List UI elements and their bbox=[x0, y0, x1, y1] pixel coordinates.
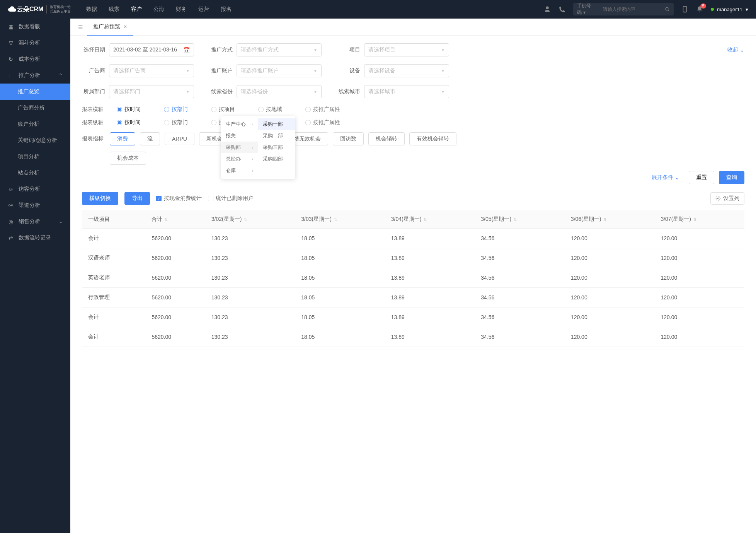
radio-v-axis-opts-1[interactable]: 按部门 bbox=[164, 119, 188, 126]
nav-item-5[interactable]: 运营 bbox=[198, 6, 209, 13]
menu-toggle-icon[interactable]: ☰ bbox=[74, 24, 87, 30]
sort-icon: ⇅ bbox=[693, 217, 696, 222]
main: ☰ 推广总预览 ✕ 选择日期 2021-03-02 至 2021-03-16📅 … bbox=[70, 19, 756, 533]
sidebar-subitem-3-1[interactable]: 广告商分析 bbox=[0, 100, 70, 116]
user-icon[interactable] bbox=[544, 6, 551, 13]
toolbar: 横纵切换 导出 ✓ 按现金消费统计 统计已删除用户 设置列 bbox=[82, 192, 744, 205]
radio-v-axis-opts-4[interactable]: 按推广属性 bbox=[305, 119, 340, 126]
logo[interactable]: 云朵CRM 教育机构一站式服务云平台 bbox=[8, 5, 71, 14]
status-dot bbox=[711, 8, 714, 11]
cell: 130.23 bbox=[205, 327, 295, 347]
cell: 会计 bbox=[82, 327, 145, 347]
province-select[interactable]: 请选择省份▼ bbox=[237, 85, 322, 98]
metric-6[interactable]: 回访数 bbox=[333, 132, 364, 145]
dept-select[interactable]: 请选择部门▼ bbox=[109, 85, 194, 98]
nav-item-0[interactable]: 数据 bbox=[86, 6, 97, 13]
radio-v-axis-opts-0[interactable]: 按时间 bbox=[117, 119, 141, 126]
tab-overview[interactable]: 推广总预览 ✕ bbox=[87, 19, 133, 36]
metric-0[interactable]: 消费 bbox=[110, 132, 135, 145]
nav-item-3[interactable]: 公海 bbox=[153, 6, 164, 13]
chevron-down-icon: ▼ bbox=[186, 90, 190, 94]
sidebar-item-3[interactable]: ◫推广分析⌃ bbox=[0, 67, 70, 84]
col-header-7[interactable]: 3/07(星期一) ⇅ bbox=[654, 210, 744, 229]
radio-h-axis-opts-0[interactable]: 按时间 bbox=[117, 106, 141, 113]
col-header-0[interactable]: 一级项目 bbox=[82, 210, 145, 229]
phone-icon[interactable] bbox=[558, 6, 565, 13]
metric-2[interactable]: ARPU bbox=[165, 133, 194, 145]
cell: 18.05 bbox=[295, 248, 385, 268]
cascade2-item-1[interactable]: 采购二部 bbox=[258, 130, 295, 142]
project-select[interactable]: 请选择项目▼ bbox=[364, 43, 449, 56]
sidebar-subitem-3-2[interactable]: 账户分析 bbox=[0, 116, 70, 132]
method-select[interactable]: 请选择推广方式▼ bbox=[237, 43, 322, 56]
metric-7[interactable]: 机会销转 bbox=[368, 132, 405, 145]
search-type-select[interactable]: 手机号码 ▾ bbox=[577, 3, 599, 16]
sidebar-item-0[interactable]: ▦数据看版 bbox=[0, 19, 70, 35]
deleted-checkbox[interactable]: 统计已删除用户 bbox=[208, 195, 254, 202]
cascade2-item-0[interactable]: 采购一部 bbox=[258, 118, 295, 130]
user-menu[interactable]: manager11 ▾ bbox=[711, 7, 748, 12]
sidebar-subitem-3-4[interactable]: 项目分析 bbox=[0, 149, 70, 165]
sidebar-item-4[interactable]: ☺访客分析 bbox=[0, 181, 70, 197]
search-input[interactable] bbox=[599, 7, 665, 12]
nav-item-1[interactable]: 线索 bbox=[109, 6, 119, 13]
cell: 34.56 bbox=[475, 327, 565, 347]
col-header-1[interactable]: 合计 ⇅ bbox=[145, 210, 205, 229]
cascade2-item-2[interactable]: 采购三部 bbox=[258, 142, 295, 153]
mobile-icon[interactable] bbox=[681, 5, 688, 14]
bell-icon[interactable]: 5 bbox=[696, 6, 703, 13]
account-select[interactable]: 请选择推广账户▼ bbox=[237, 64, 322, 77]
sidebar-item-2[interactable]: ↻成本分析 bbox=[0, 51, 70, 67]
col-header-2[interactable]: 3/02(星期一) ⇅ bbox=[205, 210, 295, 229]
close-icon[interactable]: ✕ bbox=[123, 24, 127, 29]
cascade2-item-3[interactable]: 采购四部 bbox=[258, 153, 295, 165]
sidebar-subitem-3-5[interactable]: 站点分析 bbox=[0, 165, 70, 181]
sidebar-item-7[interactable]: ⇄数据流转记录 bbox=[0, 230, 70, 246]
city-label: 线索城市 bbox=[337, 88, 360, 95]
chevron-icon: ⌃ bbox=[59, 73, 63, 78]
expand-link[interactable]: 展开条件 ⌄ bbox=[652, 174, 679, 181]
date-range-input[interactable]: 2021-03-02 至 2021-03-16📅 bbox=[109, 43, 194, 56]
advertiser-select[interactable]: 请选择广告商▼ bbox=[109, 64, 194, 77]
radio-h-axis-opts-2[interactable]: 按项目 bbox=[211, 106, 235, 113]
col-header-5[interactable]: 3/05(星期一) ⇅ bbox=[475, 210, 565, 229]
sidebar-subitem-3-0[interactable]: 推广总览 bbox=[0, 84, 70, 100]
chevron-right-icon: › bbox=[252, 169, 253, 173]
col-header-6[interactable]: 3/06(星期一) ⇅ bbox=[565, 210, 655, 229]
radio-h-axis-opts-3[interactable]: 按地域 bbox=[258, 106, 282, 113]
cascade1-item-0[interactable]: 生产中心› bbox=[221, 118, 258, 130]
nav-item-6[interactable]: 报名 bbox=[221, 6, 232, 13]
device-select[interactable]: 请选择设备▼ bbox=[364, 64, 449, 77]
cascade1-item-2[interactable]: 采购部› bbox=[221, 142, 258, 153]
sidebar-item-6[interactable]: ◎销售分析⌄ bbox=[0, 214, 70, 230]
nav-item-4[interactable]: 财务 bbox=[176, 6, 187, 13]
nav-item-2[interactable]: 客户 bbox=[131, 6, 142, 13]
col-header-4[interactable]: 3/04(星期一) ⇅ bbox=[385, 210, 475, 229]
collapse-link[interactable]: 收起 ⌄ bbox=[727, 46, 744, 53]
chevron-down-icon: ▾ bbox=[746, 7, 748, 12]
query-button[interactable]: 查询 bbox=[719, 171, 744, 184]
reset-button[interactable]: 重置 bbox=[689, 171, 714, 184]
cash-checkbox[interactable]: ✓ 按现金消费统计 bbox=[156, 195, 202, 202]
cell: 120.00 bbox=[565, 229, 655, 248]
header: 云朵CRM 教育机构一站式服务云平台 数据线索客户公海财务运营报名 手机号码 ▾… bbox=[0, 0, 756, 19]
search-icon[interactable] bbox=[665, 6, 670, 12]
metric-8[interactable]: 有效机会销转 bbox=[409, 132, 456, 145]
radio-h-axis-opts-1[interactable]: 按部门 bbox=[164, 106, 188, 113]
toggle-button[interactable]: 横纵切换 bbox=[82, 192, 118, 205]
col-header-3[interactable]: 3/03(星期一) ⇅ bbox=[295, 210, 385, 229]
sidebar-item-1[interactable]: ▽漏斗分析 bbox=[0, 35, 70, 51]
search-box: 手机号码 ▾ bbox=[573, 3, 674, 15]
cascade1-item-1[interactable]: 报关 bbox=[221, 130, 258, 142]
cascade1-item-3[interactable]: 总经办› bbox=[221, 153, 258, 165]
metric-r2-0[interactable]: 机会成本 bbox=[110, 152, 146, 165]
sidebar-subitem-3-3[interactable]: 关键词/创意分析 bbox=[0, 132, 70, 149]
export-button[interactable]: 导出 bbox=[124, 192, 150, 205]
cascade1-item-4[interactable]: 仓库› bbox=[221, 165, 258, 176]
grid-icon: ▦ bbox=[8, 24, 14, 30]
city-select[interactable]: 请选择城市▼ bbox=[364, 85, 449, 98]
radio-h-axis-opts-4[interactable]: 按推广属性 bbox=[305, 106, 340, 113]
settings-columns-button[interactable]: 设置列 bbox=[710, 192, 744, 205]
metric-1[interactable]: 流 bbox=[140, 132, 160, 145]
sidebar-item-5[interactable]: ⚯渠道分析 bbox=[0, 197, 70, 214]
